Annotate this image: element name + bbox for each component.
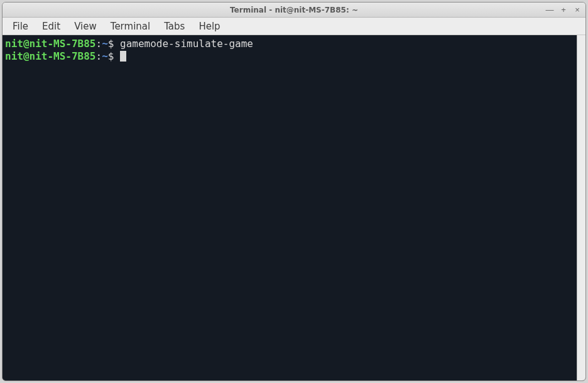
terminal-output[interactable]: nit@nit-MS-7B85:~$ gamemode-simulate-gam… xyxy=(3,35,577,380)
terminal-area: nit@nit-MS-7B85:~$ gamemode-simulate-gam… xyxy=(3,35,585,380)
cursor-icon xyxy=(120,51,126,62)
maximize-button[interactable]: + xyxy=(559,6,568,14)
prompt-user: nit@nit-MS-7B85 xyxy=(5,38,96,50)
menu-edit[interactable]: Edit xyxy=(36,19,67,34)
prompt-dollar: $ xyxy=(108,38,120,50)
prompt-path: ~ xyxy=(102,50,108,62)
close-button[interactable]: × xyxy=(573,6,582,14)
prompt-path: ~ xyxy=(102,38,108,50)
prompt-colon: : xyxy=(96,38,102,50)
prompt-user: nit@nit-MS-7B85 xyxy=(5,50,96,62)
titlebar[interactable]: Terminal - nit@nit-MS-7B85: ~ — + × xyxy=(3,3,585,18)
scrollbar[interactable] xyxy=(577,35,585,380)
menu-tabs[interactable]: Tabs xyxy=(158,19,191,34)
menu-file[interactable]: File xyxy=(6,19,35,34)
menu-terminal[interactable]: Terminal xyxy=(104,19,156,34)
command-text: gamemode-simulate-game xyxy=(120,38,253,50)
terminal-window: Terminal - nit@nit-MS-7B85: ~ — + × File… xyxy=(2,2,586,381)
prompt-colon: : xyxy=(96,50,102,62)
terminal-line: nit@nit-MS-7B85:~$ xyxy=(5,50,574,63)
menubar: File Edit View Terminal Tabs Help xyxy=(3,18,585,35)
prompt-dollar: $ xyxy=(108,50,120,62)
minimize-button[interactable]: — xyxy=(545,6,554,14)
window-title: Terminal - nit@nit-MS-7B85: ~ xyxy=(230,6,358,14)
window-controls: — + × xyxy=(545,3,582,17)
menu-view[interactable]: View xyxy=(68,19,103,34)
terminal-line: nit@nit-MS-7B85:~$ gamemode-simulate-gam… xyxy=(5,38,574,50)
menu-help[interactable]: Help xyxy=(192,19,226,34)
